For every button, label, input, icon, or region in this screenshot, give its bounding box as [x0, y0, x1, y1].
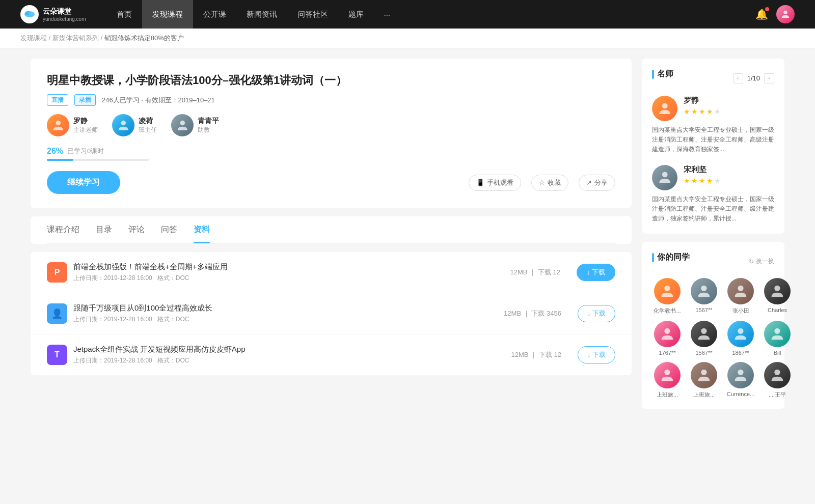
download-button-0[interactable]: ↓ 下载 [577, 264, 615, 281]
breadcrumb-link-1[interactable]: 发现课程 [20, 34, 47, 42]
notification-bell[interactable]: 🔔 [755, 8, 768, 20]
resource-meta-2: 上传日期：2019-12-28 16:00 格式：DOC [73, 356, 495, 365]
teachers-title-text: 名师 [657, 69, 673, 79]
classmate-item-3[interactable]: Charles [762, 278, 793, 315]
collect-label: 收藏 [548, 178, 561, 187]
classmate-item-9[interactable]: 上班旅... [689, 362, 719, 399]
classmate-item-0[interactable]: 化学教书... [652, 278, 683, 315]
tag-live: 直播 [47, 94, 68, 106]
refresh-label: 换一换 [756, 257, 774, 266]
page-info: 1/10 [747, 74, 760, 82]
resource-sep-0: ｜ [529, 268, 538, 276]
course-meta: 直播 录播 246人已学习 · 有效期至：2019–10–21 [47, 94, 615, 106]
classmate-name-1: 1567** [689, 307, 719, 313]
tab-qa[interactable]: 问答 [161, 216, 177, 243]
resource-sep-2: ｜ [530, 351, 539, 358]
resource-date-2: 上传日期：2019-12-28 16:00 [73, 357, 152, 364]
nav-item-首页[interactable]: 首页 [106, 0, 142, 29]
teacher-item-0: 罗静 主讲老师 [47, 114, 98, 136]
classmate-name-4: 1767** [652, 350, 683, 356]
classmate-face-3 [764, 278, 791, 304]
classmate-face-8 [654, 362, 681, 388]
user-avatar[interactable] [776, 5, 795, 23]
progress-bar-fill [47, 159, 73, 161]
classmate-face-6 [727, 321, 754, 347]
prev-page-button[interactable]: ‹ [733, 73, 743, 83]
next-page-button[interactable]: › [764, 73, 774, 83]
resource-icon-0: P [47, 262, 67, 283]
resource-meta-0: 上传日期：2019-12-28 16:00 格式：DOC [73, 274, 494, 283]
svg-point-4 [56, 120, 61, 125]
breadcrumb: 发现课程 / 新媒体营销系列 / 销冠修炼术搞定80%的客户 [0, 29, 815, 48]
tab-resources[interactable]: 资料 [194, 216, 210, 243]
sidebar-teacher-desc-0: 国内某重点大学安全工程专业硕士，国家一级注册消防工程师、注册安全工程师、高级注册… [652, 125, 774, 155]
classmate-item-11[interactable]: ... 王平 [762, 362, 793, 399]
classmate-item-5[interactable]: 1567** [689, 321, 719, 356]
nav-item-···[interactable]: ··· [374, 0, 401, 29]
resource-date-1: 上传日期：2019-12-28 16:00 [73, 316, 152, 323]
download-button-2[interactable]: ↓ 下载 [578, 346, 615, 363]
svg-point-6 [180, 120, 185, 125]
sidebar-teacher-face-1 [652, 165, 677, 190]
star-3: ★ [699, 107, 705, 116]
classmate-face-10 [727, 362, 754, 388]
download-button-1[interactable]: ↓ 下载 [578, 305, 615, 322]
nav-item-发现课程[interactable]: 发现课程 [142, 0, 193, 29]
star-icon: ☆ [539, 179, 545, 186]
classmate-item-6[interactable]: 1867** [725, 321, 756, 356]
classmate-item-7[interactable]: Bill [762, 321, 793, 356]
tab-review[interactable]: 评论 [128, 216, 145, 243]
star-4: ★ [707, 107, 713, 116]
teacher-name-0: 罗静 [73, 117, 98, 126]
classmate-item-2[interactable]: 张小田 [725, 278, 756, 315]
star2-4: ★ [707, 177, 713, 185]
nav-item-问答社区[interactable]: 问答社区 [287, 0, 338, 29]
classmate-name-10: Currence... [725, 391, 756, 397]
classmate-avatar-6 [727, 321, 754, 347]
nav-item-题库[interactable]: 题库 [338, 0, 374, 29]
phone-watch-label: 手机观看 [487, 178, 513, 187]
resource-date-0: 上传日期：2019-12-28 16:00 [73, 274, 152, 282]
sidebar-teacher-header-1: 宋利坚 ★ ★ ★ ★ ★ [652, 165, 774, 190]
continue-button[interactable]: 继续学习 [47, 171, 120, 194]
course-card: 明星中教授课，小学阶段语法100分–强化级第1讲动词（一） 直播 录播 246人… [31, 59, 632, 208]
classmate-avatar-9 [691, 362, 717, 388]
classmates-title-text: 你的同学 [657, 252, 690, 263]
sidebar-teacher-stars-1: ★ ★ ★ ★ ★ [684, 177, 774, 185]
classmate-name-11: ... 王平 [762, 391, 793, 399]
nav-item-公开课[interactable]: 公开课 [193, 0, 236, 29]
classmate-item-10[interactable]: Currence... [725, 362, 756, 399]
teacher-avatar-1 [112, 114, 134, 136]
progress-pct: 26% [47, 147, 63, 156]
sidebar-teacher-header-0: 罗静 ★ ★ ★ ★ ★ [652, 96, 774, 121]
sidebar-pagination: ‹ 1/10 › [733, 73, 774, 83]
sidebar-teacher-1: 宋利坚 ★ ★ ★ ★ ★ 国内某重点大学安全工程专业硕士，国家一级注册消防工程… [652, 165, 774, 224]
classmate-item-4[interactable]: 1767** [652, 321, 683, 356]
sidebar-teacher-info-0: 罗静 ★ ★ ★ ★ ★ [684, 96, 774, 116]
logo[interactable]: 云朵课堂 yunduoketang.com [20, 5, 86, 23]
nav-item-新闻资讯[interactable]: 新闻资讯 [236, 0, 287, 29]
star-2: ★ [691, 107, 698, 116]
refresh-button[interactable]: ↻ 换一换 [749, 257, 774, 266]
sidebar-teacher-name-0: 罗静 [684, 96, 774, 105]
phone-watch-button[interactable]: 📱 手机观看 [469, 175, 521, 191]
tab-toc[interactable]: 目录 [96, 216, 112, 243]
resource-format-2: 格式：DOC [157, 357, 189, 364]
share-button[interactable]: ↗ 分享 [579, 175, 615, 191]
classmate-face-1 [691, 278, 717, 304]
classmate-item-8[interactable]: 上班旅... [652, 362, 683, 399]
classmates-title: 你的同学 [652, 252, 690, 263]
classmate-item-1[interactable]: 1567** [689, 278, 719, 315]
svg-point-12 [774, 286, 780, 291]
notification-dot [765, 7, 769, 11]
teacher-info-1: 凌荷 班主任 [139, 117, 157, 134]
tab-intro[interactable]: 课程介绍 [47, 216, 79, 243]
classmate-avatar-7 [764, 321, 791, 347]
breadcrumb-link-2[interactable]: 新媒体营销系列 [52, 34, 99, 42]
classmate-name-7: Bill [762, 350, 793, 356]
teacher-avatar-2 [171, 114, 194, 136]
classmate-avatar-2 [727, 278, 754, 304]
progress-label: 26% 已学习0课时 [47, 147, 615, 156]
resource-icon-1: 👤 [47, 303, 67, 324]
collect-button[interactable]: ☆ 收藏 [531, 175, 568, 191]
